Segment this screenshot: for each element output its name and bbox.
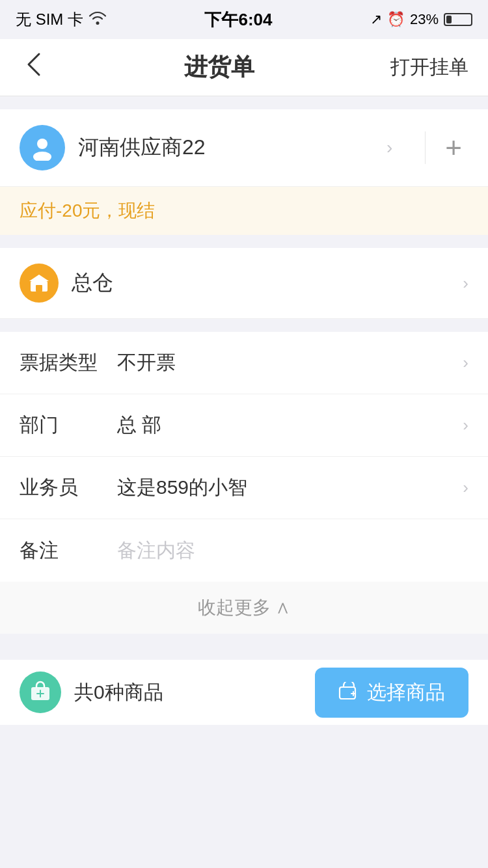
battery-icon bbox=[444, 13, 472, 26]
notice-text: 应付-20元，现结 bbox=[20, 200, 155, 221]
page-title: 进货单 bbox=[184, 51, 254, 83]
product-icon bbox=[20, 671, 61, 713]
select-goods-label: 选择商品 bbox=[367, 679, 445, 706]
warehouse-icon bbox=[20, 264, 59, 303]
department-label: 部门 bbox=[20, 412, 111, 439]
invoice-type-chevron-icon: › bbox=[463, 353, 468, 373]
product-count: 共0种商品 bbox=[74, 679, 315, 706]
department-row[interactable]: 部门 总 部 › bbox=[0, 394, 488, 457]
svg-point-1 bbox=[33, 152, 51, 161]
carrier-label: 无 SIM 卡 bbox=[16, 9, 83, 30]
section-gap-4 bbox=[0, 634, 488, 647]
supplier-row[interactable]: 河南供应商22 › + bbox=[0, 109, 488, 187]
collapse-label: 收起更多 ∧ bbox=[198, 595, 291, 620]
back-button[interactable] bbox=[20, 45, 48, 90]
collapse-button[interactable]: 收起更多 ∧ bbox=[0, 582, 488, 634]
warehouse-name: 总仓 bbox=[72, 269, 463, 297]
status-left: 无 SIM 卡 bbox=[16, 9, 107, 30]
svg-rect-4 bbox=[36, 285, 42, 292]
section-gap-3 bbox=[0, 319, 488, 332]
form-section: 票据类型 不开票 › 部门 总 部 › 业务员 这是859的小智 › 备注 备注… bbox=[0, 332, 488, 582]
notice-banner: 应付-20元，现结 bbox=[0, 187, 488, 235]
status-time: 下午6:04 bbox=[204, 8, 272, 31]
alarm-icon: ⏰ bbox=[387, 11, 405, 28]
section-gap-1 bbox=[0, 96, 488, 109]
svg-marker-3 bbox=[29, 275, 49, 281]
department-value: 总 部 bbox=[111, 412, 463, 439]
salesperson-row[interactable]: 业务员 这是859的小智 › bbox=[0, 457, 488, 519]
battery-percent: 23% bbox=[410, 11, 439, 28]
section-gap-2 bbox=[0, 235, 488, 248]
add-supplier-button[interactable]: + bbox=[439, 131, 468, 164]
status-bar: 无 SIM 卡 下午6:04 ↗ ⏰ 23% bbox=[0, 0, 488, 39]
bottom-area bbox=[0, 725, 488, 868]
svg-point-0 bbox=[37, 139, 47, 149]
salesperson-value: 这是859的小智 bbox=[111, 474, 463, 501]
select-goods-button[interactable]: 选择商品 bbox=[315, 668, 468, 718]
open-pending-button[interactable]: 打开挂单 bbox=[390, 54, 468, 81]
location-icon: ↗ bbox=[370, 11, 382, 28]
warehouse-section: 总仓 › bbox=[0, 248, 488, 319]
select-goods-icon bbox=[338, 682, 359, 703]
remark-label: 备注 bbox=[20, 537, 111, 564]
status-right: ↗ ⏰ 23% bbox=[370, 11, 472, 28]
remark-value: 备注内容 bbox=[111, 537, 468, 564]
product-footer: 共0种商品 选择商品 bbox=[0, 660, 488, 725]
warehouse-chevron-icon: › bbox=[463, 273, 468, 293]
invoice-type-row[interactable]: 票据类型 不开票 › bbox=[0, 332, 488, 394]
remark-row[interactable]: 备注 备注内容 bbox=[0, 519, 488, 582]
invoice-type-label: 票据类型 bbox=[20, 349, 111, 376]
salesperson-label: 业务员 bbox=[20, 474, 111, 501]
supplier-chevron-icon: › bbox=[386, 137, 392, 158]
salesperson-chevron-icon: › bbox=[463, 478, 468, 498]
wifi-icon bbox=[88, 10, 107, 29]
invoice-type-value: 不开票 bbox=[111, 349, 463, 376]
nav-bar: 进货单 打开挂单 bbox=[0, 39, 488, 96]
supplier-avatar bbox=[20, 125, 65, 170]
supplier-name: 河南供应商22 bbox=[78, 133, 386, 162]
divider bbox=[425, 131, 426, 164]
warehouse-row[interactable]: 总仓 › bbox=[0, 248, 488, 319]
supplier-section: 河南供应商22 › + 应付-20元，现结 bbox=[0, 109, 488, 235]
department-chevron-icon: › bbox=[463, 415, 468, 435]
